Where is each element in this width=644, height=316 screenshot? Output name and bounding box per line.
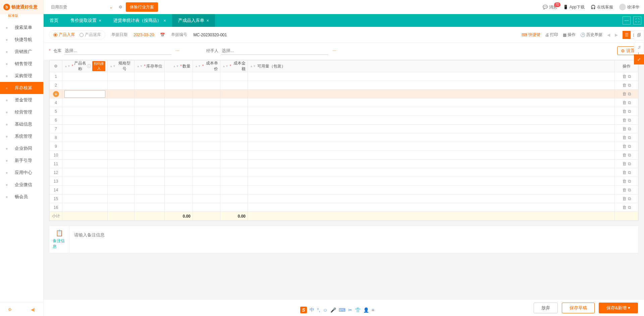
sidebar-item-mkt[interactable]: ▫营销推广 <box>0 46 43 58</box>
collapse-icon[interactable]: ◀) <box>31 307 35 312</box>
delete-row-icon[interactable]: 🗑 <box>622 187 627 192</box>
radio-product-out[interactable]: 产品退库 <box>79 32 101 38</box>
trial-button[interactable]: 体验行业方案 <box>126 2 158 12</box>
copy-row-icon[interactable]: ⧉ <box>628 152 631 157</box>
delete-row-icon[interactable]: 🗑 <box>622 170 627 175</box>
delete-row-icon[interactable]: 🗑 <box>622 126 627 131</box>
save-new-button[interactable]: 保存&新增 ▾ <box>599 303 638 313</box>
prev-icon[interactable]: ◀ <box>607 33 610 37</box>
tab-item[interactable]: 进货单统计表（按商品）✕ <box>107 14 172 27</box>
table-row[interactable]: 9🗑⧉ <box>50 142 638 151</box>
copy-row-icon[interactable]: ⧉ <box>628 161 631 166</box>
table-row[interactable]: 15🗑⧉ <box>50 194 638 203</box>
col-price[interactable]: ▲▼*成本单价 <box>193 60 220 72</box>
delete-row-icon[interactable]: 🗑 <box>622 109 627 114</box>
delete-row-icon[interactable]: 🗑 <box>622 74 627 79</box>
ime-icon[interactable]: °, <box>317 307 320 313</box>
sidebar-item-biz[interactable]: ▫经营管理 <box>0 106 43 118</box>
operate-button[interactable]: ▦ 操作 <box>563 32 576 38</box>
col-qty[interactable]: ▲▼*数量 <box>165 60 193 72</box>
ime-lang[interactable]: 中 <box>310 307 314 313</box>
scan-tag[interactable]: 扫码录入 <box>92 61 105 71</box>
table-row[interactable]: 6🗑⧉ <box>50 116 638 125</box>
service-button[interactable]: 🎧 在线客服 <box>591 4 613 10</box>
radio-product-in[interactable]: 产品入库 <box>53 32 75 38</box>
quickkey-button[interactable]: ⌨ 快捷键 <box>522 32 540 38</box>
table-row[interactable]: 13🗑⧉ <box>50 177 638 186</box>
table-row[interactable]: 2🗑⧉ <box>50 81 638 90</box>
delete-row-icon[interactable]: 🗑 <box>622 135 627 140</box>
print-button[interactable]: 🖨 打印 <box>545 32 558 38</box>
delete-row-icon[interactable]: 🗑 <box>622 144 627 149</box>
discard-button[interactable]: 放弃 <box>534 303 558 313</box>
tab-expand-button[interactable]: ⛶ <box>633 16 641 25</box>
save-draft-button[interactable]: 保存草稿 <box>562 303 595 313</box>
table-row[interactable]: +🗑⧉ <box>50 90 638 98</box>
warehouse-more-icon[interactable]: ⋯ <box>175 48 179 53</box>
close-icon[interactable]: ✕ <box>99 19 101 22</box>
table-row[interactable]: 10🗑⧉ <box>50 151 638 160</box>
delete-row-icon[interactable]: 🗑 <box>622 161 627 166</box>
sidebar-item-guide[interactable]: ▫新手引导 <box>0 154 43 167</box>
rail-link-icon[interactable]: 𝓢 <box>634 42 644 52</box>
delete-row-icon[interactable]: 🗑 <box>622 196 627 201</box>
product-name-input[interactable] <box>64 90 105 98</box>
tab-item[interactable]: 售价提取设置✕ <box>64 14 107 27</box>
appdownload-button[interactable]: 📱 App下载 <box>563 4 585 10</box>
table-row[interactable]: 12🗑⧉ <box>50 168 638 177</box>
copy-row-icon[interactable]: ⧉ <box>628 196 631 201</box>
copy-row-icon[interactable]: ⧉ <box>628 109 631 114</box>
sidebar-item-coop[interactable]: ▫企业协同 <box>0 142 43 154</box>
warehouse-input[interactable] <box>64 47 171 55</box>
ime-mic-icon[interactable]: 🎤 <box>330 307 336 313</box>
copy-row-icon[interactable]: ⧉ <box>628 135 631 140</box>
table-row[interactable]: 7🗑⧉ <box>50 125 638 133</box>
sidebar-item-sys[interactable]: ▫系统管理 <box>0 130 43 142</box>
delete-row-icon[interactable]: 🗑 <box>622 205 627 210</box>
copy-row-icon[interactable]: ⧉ <box>628 118 631 123</box>
sidebar-item-apps[interactable]: ▫应用中心 <box>0 167 43 179</box>
ime-clip-icon[interactable]: ✂ <box>348 307 352 313</box>
col-available[interactable]: ▲▼可用量（包装） <box>248 60 615 72</box>
tab-item[interactable]: 产成品入库单✕ <box>172 14 215 27</box>
tab-item[interactable]: 首页 <box>44 14 64 27</box>
sidebar-item-stock[interactable]: ▫库存核算 <box>0 82 43 94</box>
history-button[interactable]: 🕑 历史单据 <box>580 32 602 38</box>
ime-emoji-icon[interactable]: ☺ <box>323 307 328 313</box>
add-row-button[interactable]: + <box>53 91 59 97</box>
delete-row-icon[interactable]: 🗑 <box>622 100 627 105</box>
help-icon[interactable]: ⓘ <box>87 63 91 69</box>
top-gear-icon[interactable]: ⚙ <box>119 5 122 9</box>
table-row[interactable]: 11🗑⧉ <box>50 160 638 168</box>
user-menu[interactable]: 徐泽华 <box>619 4 639 10</box>
copy-row-icon[interactable]: ⧉ <box>628 91 631 96</box>
table-row[interactable]: 1🗑⧉ <box>50 72 638 81</box>
copy-row-icon[interactable]: ⧉ <box>628 74 631 79</box>
business-select[interactable]: 日用百货 ⌄ <box>48 2 115 12</box>
next-icon[interactable]: ▶ <box>615 33 618 37</box>
table-row[interactable]: 8🗑⧉ <box>50 133 638 142</box>
copy-row-icon[interactable]: ⧉ <box>628 83 631 88</box>
close-icon[interactable]: ✕ <box>206 19 209 22</box>
copy-row-icon[interactable]: ⧉ <box>628 126 631 131</box>
remark-input[interactable] <box>69 226 638 253</box>
delete-row-icon[interactable]: 🗑 <box>622 152 627 157</box>
copy-row-icon[interactable]: ⧉ <box>628 205 631 210</box>
delete-row-icon[interactable]: 🗑 <box>622 118 627 123</box>
copy-row-icon[interactable]: ⧉ <box>628 187 631 192</box>
col-spec[interactable]: ▲▼规格型号 <box>108 60 135 72</box>
delete-row-icon[interactable]: 🗑 <box>622 179 627 184</box>
col-product-name[interactable]: ▲▼ * 产品名称 ⓘ 扫码录入 <box>62 60 108 72</box>
date-value[interactable]: 2023-03-20 <box>133 33 154 37</box>
delete-row-icon[interactable]: 🗑 <box>622 83 627 88</box>
copy-row-icon[interactable]: ⧉ <box>628 100 631 105</box>
handler-more-icon[interactable]: ⋯ <box>332 48 336 53</box>
calendar-icon[interactable]: 📅 <box>160 33 165 37</box>
sidebar-item-wecom[interactable]: ▫企业微信 <box>0 179 43 191</box>
copy-row-icon[interactable]: ⧉ <box>628 170 631 175</box>
ime-user-icon[interactable]: 👤 <box>363 307 369 313</box>
sidebar-item-vip[interactable]: ▫畅会员 <box>0 191 43 203</box>
col-unit[interactable]: ▲▼*库存单位 <box>135 60 165 72</box>
sidebar-item-base[interactable]: ▫基础信息 <box>0 118 43 130</box>
close-icon[interactable]: ✕ <box>163 19 166 22</box>
